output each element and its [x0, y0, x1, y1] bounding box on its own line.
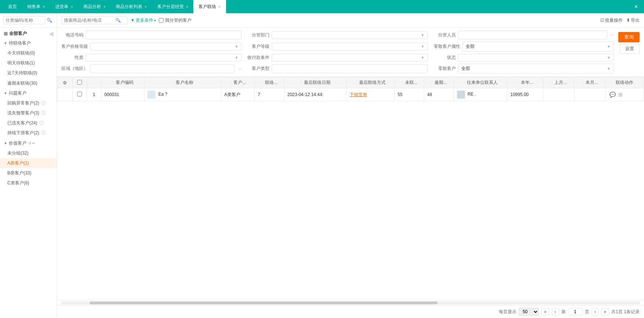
tab-purchase-close[interactable]: ×: [71, 4, 73, 9]
refresh-icon[interactable]: ↺: [28, 141, 31, 146]
tab-customer-segmentation[interactable]: 客户分层经营 ×: [152, 0, 193, 13]
th-gear[interactable]: ⚙: [57, 77, 73, 88]
no-contact-header: 未联...: [405, 80, 418, 85]
filter-more-conditions[interactable]: ▼ 更多条件 ▾: [130, 17, 156, 24]
filter-status-field: 状态 ▼: [434, 54, 614, 61]
chat-action-icon[interactable]: 💬: [609, 92, 616, 98]
manager-label: 分管人员: [434, 32, 456, 38]
th-customer-type: : 客户...: [221, 77, 254, 88]
retail-attr-label: 零散客户属性: [434, 43, 460, 50]
my-customers-checkbox[interactable]: [159, 18, 164, 23]
select-all-checkbox[interactable]: [77, 80, 82, 85]
retail-attr-value: 全部: [466, 43, 475, 50]
row-checkbox[interactable]: [77, 92, 82, 96]
sidebar-item-churn-warning[interactable]: 流失预警客户(3) ⓘ: [0, 108, 57, 118]
nature-select[interactable]: ▼: [86, 54, 242, 61]
sidebar-item-repurchase-abnormal[interactable]: 回购异常客户(2) ⓘ: [0, 98, 57, 108]
phone-input[interactable]: [86, 31, 242, 39]
batch-operation-button[interactable]: ☑ 批量操作: [600, 17, 623, 24]
retail-attr-select[interactable]: 全部 ▼: [462, 42, 614, 52]
group-pending-contact[interactable]: ▼ 待联络客户: [0, 38, 57, 48]
sidebar: 🔍 ⊞ 全部客户 ◁ ▼ 待联络客户 今天待联络(0) 明天待联络(1) 近7天…: [0, 13, 57, 318]
customer-name-value: Ea ?: [158, 92, 168, 97]
tab-customer-contact[interactable]: 客户联络 ×: [193, 0, 226, 13]
setting-button[interactable]: 设置: [620, 44, 640, 54]
sidebar-search-input[interactable]: [3, 16, 45, 24]
td-unit-contact: RE .: [454, 88, 507, 101]
td-overdue: 48: [424, 88, 454, 101]
horizontal-scrollbar[interactable]: [57, 300, 644, 305]
tab-product-close[interactable]: ×: [103, 4, 105, 9]
tab-customer-contact-close[interactable]: ×: [218, 4, 221, 9]
tab-sales-close[interactable]: ×: [43, 4, 45, 9]
group-value-customers[interactable]: ▼ 价值客户 ↺ ✏: [0, 138, 57, 148]
customer-level-select[interactable]: ▼: [272, 43, 427, 50]
tab-sales-order[interactable]: 销售单 ×: [22, 0, 50, 13]
export-label: 导出: [631, 17, 640, 24]
sidebar-item-tomorrow[interactable]: 明天待联络(1): [0, 58, 57, 68]
sidebar-item-declining[interactable]: 持续下滑客户(2) ⓘ: [0, 128, 57, 138]
export-button[interactable]: ⬆ 导出: [626, 17, 640, 24]
tab-purchase-order[interactable]: 进货单 ×: [50, 0, 78, 13]
region-dots-icon[interactable]: ···: [238, 66, 242, 71]
tab-product-list-close[interactable]: ×: [144, 4, 147, 9]
status-select[interactable]: ▼: [458, 54, 614, 61]
tab-customer-contact-label: 客户联络: [198, 4, 216, 10]
my-customers-checkbox-wrap[interactable]: 我分管的客户: [159, 17, 192, 24]
td-contact: 7: [255, 88, 284, 101]
top-navigation: 首页 销售单 × 进货单 × 商品分析 × 商品分析列表 × 客户分层经营 × …: [0, 0, 644, 13]
close-all-button[interactable]: ×: [631, 1, 641, 12]
query-button[interactable]: 查询: [618, 32, 640, 42]
sidebar-item-today[interactable]: 今天待联络(0): [0, 48, 57, 58]
last-page-button[interactable]: »: [601, 308, 609, 315]
qrcode-action-icon[interactable]: ⊞: [618, 92, 623, 98]
filter-manager-field: 分管人员 ···: [434, 31, 614, 39]
price-level-select[interactable]: ▼: [90, 43, 242, 50]
tab-product-analysis[interactable]: 商品分析 ×: [78, 0, 111, 13]
data-table: ⚙ : 客户编码 : 客户名称: [57, 77, 644, 101]
last-contact-way-value[interactable]: 下销货单: [350, 92, 367, 97]
tab-home[interactable]: 首页: [3, 0, 22, 13]
manager-dots-icon[interactable]: ···: [610, 32, 614, 38]
manager-input[interactable]: [458, 31, 607, 39]
sidebar-item-class-c[interactable]: C类客户(6): [0, 178, 57, 188]
sidebar-item-overdue[interactable]: 逾期未联络(30): [0, 78, 57, 88]
page-number-input[interactable]: [568, 308, 583, 315]
filter-more-caret: ▾: [154, 18, 156, 22]
col-sep-3: :: [230, 80, 232, 85]
customer-avatar: [147, 91, 155, 99]
page-size-select[interactable]: 50 100 200: [519, 308, 539, 316]
next-page-button[interactable]: ›: [591, 308, 599, 315]
payment-select[interactable]: ▼: [272, 54, 427, 61]
sidebar-item-unclassified[interactable]: 未分组(32): [0, 148, 57, 158]
retail-customer-select[interactable]: 全部 ▼: [458, 64, 614, 74]
group-problem-customers[interactable]: ▼ 问题客户: [0, 88, 57, 98]
edit-icon[interactable]: ✏: [32, 141, 35, 146]
filter-search-icon[interactable]: 🔍: [115, 18, 121, 23]
sidebar-item-class-a[interactable]: A类客户(1): [0, 158, 57, 168]
adv-filter-row-4: 区域（地区） ··· 客户类型 零散客户 全部 ▼: [61, 64, 614, 74]
first-page-button[interactable]: «: [541, 308, 550, 315]
collapse-icon[interactable]: ◁: [50, 31, 53, 36]
retail-customer-value: 全部: [461, 66, 470, 72]
tab-product-analysis-list[interactable]: 商品分析列表 ×: [111, 0, 152, 13]
filter-search-input[interactable]: [64, 18, 115, 23]
sidebar-item-7days[interactable]: 近7天待联络(0): [0, 68, 57, 78]
customer-type-input[interactable]: [272, 64, 427, 73]
tomorrow-contact-label: 明天待联络(1): [7, 60, 35, 66]
sidebar-item-class-b[interactable]: B类客户(33): [0, 168, 57, 178]
filter-customer-level-field: 客户等级 ▼: [247, 43, 427, 50]
prev-page-button[interactable]: ‹: [552, 308, 559, 315]
arrow-down-icon2: ▼: [4, 91, 7, 95]
tab-customer-seg-close[interactable]: ×: [186, 4, 188, 9]
my-customers-label: 我分管的客户: [165, 17, 192, 24]
customer-level-caret-icon: ▼: [421, 45, 425, 49]
dept-select[interactable]: ▼: [272, 31, 427, 39]
price-level-label: 客户价格等级: [61, 43, 88, 50]
table-wrapper: ⚙ : 客户编码 : 客户名称: [57, 77, 644, 300]
scrollbar-thumb[interactable]: [90, 301, 437, 304]
sidebar-search-icon[interactable]: 🔍: [47, 18, 52, 23]
filter-dept-field: 分管部门 ▼: [247, 31, 427, 39]
region-input[interactable]: [90, 64, 235, 73]
sidebar-item-churned[interactable]: 已流失客户(24) ⓘ: [0, 118, 57, 128]
